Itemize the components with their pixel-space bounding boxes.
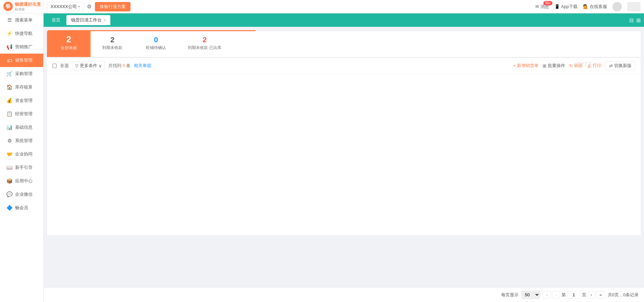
finance-icon: 💰	[6, 98, 12, 104]
sidebar-item-inventory[interactable]: 🏠 库存核算	[0, 80, 43, 94]
settings-icon[interactable]: ⚙	[87, 3, 92, 10]
refresh-icon: ↻	[569, 63, 573, 68]
company-selector[interactable]: XXXXXX公司 ▾	[47, 2, 84, 11]
filter-arrow-icon: ∨	[99, 63, 102, 68]
last-page-button[interactable]: »	[596, 291, 605, 299]
page-navigation: « ‹ 第 页 › »	[543, 291, 605, 299]
operations-icon: 📋	[6, 111, 12, 117]
tab-home[interactable]: 首页	[47, 14, 65, 26]
sidebar-item-marketing[interactable]: 📢 营销推广	[0, 40, 43, 54]
inventory-icon: 🏠	[6, 84, 12, 90]
trial-button[interactable]: 体验行业方案	[95, 2, 130, 11]
guide-icon: 📖	[6, 165, 12, 171]
sidebar-item-purchase[interactable]: 🛒 采购管理	[0, 67, 43, 80]
marketing-icon: 📢	[6, 44, 12, 50]
sidebar-item-cooperation[interactable]: 🤝 企业协同	[0, 147, 43, 161]
tab-close-icon[interactable]: ×	[104, 18, 106, 22]
first-page-button[interactable]: «	[543, 291, 551, 299]
top-header: 畅 畅捷通好生意 标准版 XXXXXX公司 ▾ ⚙ 体验行业方案 ✉ 消息 99…	[0, 0, 644, 13]
page-size-select[interactable]: 50 100 200	[521, 291, 540, 299]
basic-info-icon: 📊	[6, 124, 12, 130]
sidebar-item-operations[interactable]: 📋 经营管理	[0, 107, 43, 121]
tab-expand-icon[interactable]: ⊞	[636, 17, 641, 23]
stat-card-overdue[interactable]: 2 到期未收款	[91, 30, 134, 57]
wechat-icon: 💬	[6, 191, 12, 197]
main-content: 2 全部单据 2 到期未收款 0 旺铺待确认 2 到期未收款 已出库	[44, 27, 644, 302]
message-button[interactable]: ✉ 消息 99+	[535, 4, 549, 10]
toolbar: 全选 ▽ 更多条件 ∨ 共找到 0 条 相关单据 + 新增销货单 ⊞ 批量操作 …	[47, 58, 641, 74]
page-input[interactable]	[567, 291, 581, 299]
stat-card-pending[interactable]: 0 旺铺待确认	[134, 30, 178, 57]
avatar[interactable]	[612, 2, 622, 11]
cooperation-icon: 🤝	[6, 151, 12, 157]
online-service-button[interactable]: 💁 在线客服	[583, 4, 607, 10]
pagination: 每页显示 50 100 200 « ‹ 第 页 › » 共0页，0条记录	[44, 287, 644, 302]
switch-icon: ⇄	[609, 63, 613, 68]
sales-icon: 🏷	[6, 58, 12, 63]
total-records: 共0页，0条记录	[608, 292, 639, 298]
found-info: 共找到 0 条	[108, 63, 130, 69]
user-menu[interactable]	[627, 2, 641, 11]
filter-button[interactable]: ▽ 更多条件 ∨	[72, 61, 105, 70]
tab-bar-right: ⊟ ⊞	[629, 17, 641, 23]
sidebar-item-finance[interactable]: 💰 资金管理	[0, 94, 43, 107]
app-center-icon: 📦	[6, 178, 12, 184]
sidebar-item-quick-nav[interactable]: ⚡ 快捷导航	[0, 27, 43, 40]
sidebar-item-system[interactable]: ⚙ 系统管理	[0, 134, 43, 147]
sidebar-item-wechat[interactable]: 💬 企业微信	[0, 188, 43, 201]
sidebar-item-member[interactable]: 🔷 畅会员	[0, 201, 43, 215]
batch-operation-button[interactable]: ⊞ 批量操作	[543, 63, 565, 69]
tab-bar: 首页 钱货日清工作台 × ⊟ ⊞	[44, 13, 644, 27]
logo-icon: 畅	[3, 2, 13, 11]
select-all-label: 全选	[60, 63, 69, 69]
stats-section: 2 全部单据 2 到期未收款 0 旺铺待确认 2 到期未收款 已出库	[47, 30, 641, 58]
service-icon: 💁	[583, 4, 588, 9]
stat-card-shipped[interactable]: 2 到期未收款 已出库	[178, 30, 231, 57]
sidebar-item-search-menu[interactable]: ☰ 搜索菜单	[0, 13, 43, 27]
print-icon: 🖨	[587, 63, 591, 68]
batch-icon: ⊞	[543, 63, 546, 68]
header-right: ✉ 消息 99+ 📱 App下载 💁 在线客服	[535, 2, 641, 11]
system-icon: ⚙	[6, 138, 12, 144]
search-menu-icon: ☰	[6, 17, 12, 23]
sidebar: ☰ 搜索菜单 ⚡ 快捷导航 📢 营销推广 🏷 销售管理 🛒 采购管理 🏠 库存核…	[0, 13, 44, 302]
toolbar-right: + 新增销货单 ⊞ 批量操作 ↻ 刷新 🖨 打印 ⇄ 切换新版	[513, 61, 635, 70]
next-page-button[interactable]: ›	[588, 291, 595, 299]
sidebar-item-app-center[interactable]: 📦 应用中心	[0, 174, 43, 188]
logo-area: 畅 畅捷通好生意 标准版	[3, 2, 47, 12]
filter-icon: ▽	[75, 63, 78, 68]
tab-minimize-icon[interactable]: ⊟	[629, 17, 634, 23]
logo-text: 畅捷通好生意 标准版	[15, 2, 41, 12]
refresh-button[interactable]: ↻ 刷新	[569, 63, 583, 69]
prev-page-button[interactable]: ‹	[552, 291, 560, 299]
chevron-down-icon: ▾	[78, 5, 80, 8]
app-download-button[interactable]: 📱 App下载	[554, 4, 578, 10]
sidebar-item-basic-info[interactable]: 📊 基础信息	[0, 121, 43, 134]
download-icon: 📱	[554, 4, 560, 9]
table-area	[47, 74, 641, 235]
stats-row: 2 全部单据 2 到期未收款 0 旺铺待确认 2 到期未收款 已出库	[47, 30, 641, 58]
add-sales-order-button[interactable]: + 新增销货单	[513, 63, 539, 69]
purchase-icon: 🛒	[6, 71, 12, 77]
print-button[interactable]: 🖨 打印	[587, 63, 601, 69]
member-icon: 🔷	[6, 205, 12, 211]
stat-card-all[interactable]: 2 全部单据	[47, 30, 91, 57]
sidebar-item-sales[interactable]: 🏷 销售管理	[0, 54, 43, 67]
message-badge: 99+	[543, 1, 552, 5]
switch-version-button[interactable]: ⇄ 切换新版	[605, 61, 635, 70]
select-all-checkbox[interactable]	[52, 64, 57, 68]
tab-active[interactable]: 钱货日清工作台 ×	[66, 15, 110, 25]
quick-nav-icon: ⚡	[6, 31, 12, 37]
related-orders-link[interactable]: 相关单据	[134, 63, 151, 69]
sidebar-item-guide[interactable]: 📖 新手引导	[0, 161, 43, 174]
message-icon: ✉	[535, 4, 539, 9]
